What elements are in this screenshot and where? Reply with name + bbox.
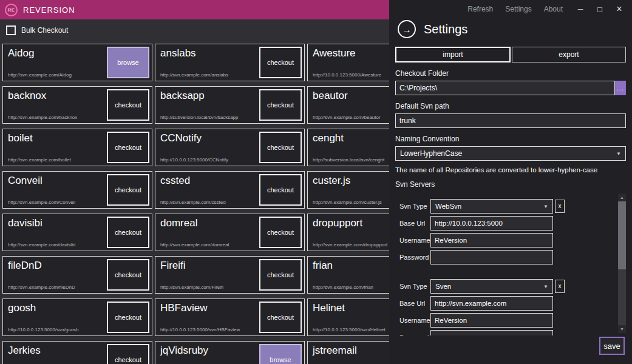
repo-url: http://svn.example.com/frian <box>313 285 373 290</box>
svn-type-dropdown[interactable]: Sven ▼ <box>430 279 553 294</box>
settings-title: Settings <box>424 22 467 36</box>
naming-convention-label: Naming Convention <box>395 135 626 143</box>
repo-url: http://10.0.0.123:5000/CCNotify <box>160 157 228 163</box>
svn-type-label: Svn Type <box>395 283 430 290</box>
password-label: Password <box>395 254 430 261</box>
repo-url: http://svn.example.com/domreal <box>160 242 229 248</box>
repo-card: fileDnD http://svn.example.com/fileDnD c… <box>2 256 152 294</box>
base-url-input[interactable] <box>430 216 553 231</box>
app-title: REVERSION <box>23 5 75 15</box>
repo-action-button[interactable]: checkout <box>107 89 149 121</box>
repo-action-button[interactable]: checkout <box>107 174 149 206</box>
repo-action-button[interactable]: browse <box>107 47 149 78</box>
bulk-checkout-checkbox[interactable] <box>6 25 16 35</box>
repo-url: http://svn.example.com/davisibi <box>8 242 75 248</box>
back-arrow-icon[interactable]: → <box>398 20 416 38</box>
repo-url: http://10.0.0.123:5000/Awesture <box>313 72 381 78</box>
base-url-input[interactable] <box>430 296 553 311</box>
scrollbar[interactable]: ▲ ▼ <box>618 194 626 333</box>
repo-url: http://svn.example.com/backnox <box>8 115 77 120</box>
naming-convention-value: LowerHyphenCase <box>400 149 462 158</box>
username-label: Username <box>395 237 430 244</box>
menu-about[interactable]: About <box>544 5 563 13</box>
svn-type-label: Svn Type <box>395 203 430 210</box>
remove-server-button[interactable]: x <box>555 200 565 213</box>
repo-action-button[interactable]: checkout <box>259 259 302 291</box>
repo-url: http://subversion.local/svn/backsapp <box>160 115 239 120</box>
repo-card: Conveil http://svn.example.com/Conveil c… <box>2 171 152 209</box>
repo-url: http://svn.example.com/Aidog <box>8 72 72 78</box>
repo-url: http://svn.example.com/beautor <box>313 115 381 120</box>
username-label: Username <box>395 317 430 324</box>
repo-action-button[interactable]: browse <box>259 344 302 364</box>
repo-card: goosh http://10.0.0.123:5000/svn/goosh c… <box>2 298 152 336</box>
folder-browse-button[interactable]: ... <box>615 81 626 95</box>
scroll-track[interactable] <box>618 201 626 325</box>
save-button[interactable]: save <box>599 337 625 355</box>
repo-action-button[interactable]: checkout <box>107 259 149 291</box>
minimize-icon[interactable]: ─ <box>573 5 588 13</box>
repo-action-button[interactable]: checkout <box>259 302 302 333</box>
scroll-up-icon[interactable]: ▲ <box>618 194 626 201</box>
username-input[interactable] <box>430 233 553 248</box>
repo-url: http://svn.example.com/dropupport <box>313 242 387 248</box>
base-url-label: Base Url <box>395 220 430 227</box>
repo-url: http://svn.example.com/Conveil <box>8 200 75 205</box>
repo-action-button[interactable]: checkout <box>107 344 149 364</box>
maximize-icon[interactable]: □ <box>592 5 608 14</box>
export-button[interactable]: export <box>512 47 626 62</box>
scroll-down-icon[interactable]: ▼ <box>618 325 626 333</box>
menu-refresh[interactable]: Refresh <box>467 5 493 13</box>
naming-convention-dropdown[interactable]: LowerHyphenCase ▼ <box>395 146 626 161</box>
repo-card: jqVidsruby browse <box>155 341 305 364</box>
bulk-checkout-label: Bulk Checkout <box>21 26 68 35</box>
app-window: RE REVERSION Bulk Checkout Aidog http://… <box>0 0 632 364</box>
import-button[interactable]: import <box>395 47 511 62</box>
repo-card: Fireifi http://svn.example.com/Fireifi c… <box>155 256 305 294</box>
repo-url: http://10.0.0.123:5000/svn/HBFaview <box>160 327 240 332</box>
svn-type-value: Sven <box>435 283 451 290</box>
svn-server-items: Svn Type WebSvn ▼ x Base Url Username Pa… <box>395 192 626 335</box>
repo-url: http://svn.example.com/anslabs <box>160 72 228 78</box>
repo-action-button[interactable]: checkout <box>107 132 149 163</box>
repo-url: http://svn.example.com/Fireifi <box>160 285 223 290</box>
chevron-down-icon: ▼ <box>543 204 548 209</box>
repo-action-button[interactable]: checkout <box>259 132 302 163</box>
password-input[interactable] <box>430 250 553 265</box>
repo-action-button[interactable]: checkout <box>259 174 302 206</box>
username-input[interactable] <box>430 313 553 328</box>
menu-settings[interactable]: Settings <box>505 5 531 13</box>
repo-action-button[interactable]: checkout <box>259 217 302 248</box>
repo-url: http://10.0.0.123:5000/svn/Helinet <box>313 327 386 332</box>
chevron-down-icon: ▼ <box>616 151 621 157</box>
default-svn-path-input[interactable] <box>395 113 626 128</box>
import-export-row: import export <box>395 47 626 62</box>
checkout-folder-label: Checkout Folder <box>395 69 626 78</box>
svn-type-value: WebSvn <box>435 203 461 210</box>
repo-card: anslabs http://svn.example.com/anslabs c… <box>155 44 305 81</box>
repo-url: http://svn.example.com/custer.js <box>313 200 382 205</box>
repo-url: http://10.0.0.123:5000/svn/goosh <box>8 327 79 332</box>
svn-type-dropdown[interactable]: WebSvn ▼ <box>430 199 553 214</box>
svn-servers-label: Svn Servers <box>395 180 626 189</box>
chevron-down-icon: ▼ <box>543 284 548 289</box>
scroll-thumb[interactable] <box>618 201 626 269</box>
password-label: Password <box>395 334 430 335</box>
repo-action-button[interactable]: checkout <box>259 89 302 121</box>
remove-server-button[interactable]: x <box>555 280 565 293</box>
repo-action-button[interactable]: checkout <box>259 47 302 78</box>
naming-convention-note: The name of all Repositories are convert… <box>395 166 626 174</box>
repo-url: http://svn.example.com/cssted <box>160 200 226 205</box>
settings-panel: Refresh Settings About ─ □ × → Settings … <box>389 0 632 364</box>
repo-url: http://svn.example.com/fileDnD <box>8 285 75 290</box>
svn-server-list: Svn Type WebSvn ▼ x Base Url Username Pa… <box>395 192 626 335</box>
repo-action-button[interactable]: checkout <box>107 217 149 248</box>
password-input[interactable] <box>430 330 553 335</box>
repo-action-button[interactable]: checkout <box>107 302 149 333</box>
repo-card: Aidog http://svn.example.com/Aidog brows… <box>2 44 152 81</box>
checkout-folder-input[interactable] <box>395 81 615 95</box>
close-icon[interactable]: × <box>611 4 627 15</box>
repo-card: domreal http://svn.example.com/domreal c… <box>155 214 305 251</box>
settings-header: → Settings <box>389 18 632 44</box>
repo-url: http://subversion.local/svn/cenght <box>313 157 384 163</box>
